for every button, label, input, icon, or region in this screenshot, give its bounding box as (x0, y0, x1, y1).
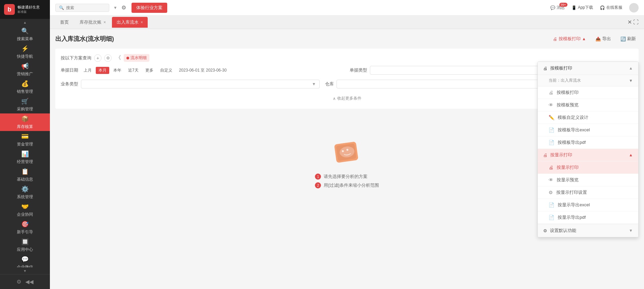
empty-illustration (330, 134, 364, 168)
filter-settings-btn[interactable]: ⚙ (104, 54, 112, 62)
sidebar-item-sales[interactable]: 💰 销售管理 (0, 78, 50, 96)
app-logo: b 畅捷通好生意 标准版 (0, 0, 50, 19)
topbar-dropdown-icon[interactable]: ▼ (113, 5, 117, 10)
sidebar-item-label: 企业微信 (17, 264, 33, 268)
topbar-settings-icon[interactable]: ⚙ (121, 4, 126, 11)
refresh-icon: 🔄 (620, 36, 626, 42)
template-excel-item[interactable]: 📄 按模板导出excel (538, 124, 638, 136)
close-inventory-batch-tab[interactable]: × (104, 20, 106, 25)
display-settings-label: 按显示打印设置 (556, 189, 587, 195)
tab-inventory-batch[interactable]: 库存批次账 × (75, 17, 111, 28)
template-print-label: 按模板打印 (557, 89, 579, 96)
tab-flow[interactable]: 出入库流水 × (112, 17, 148, 28)
sidebar-bottom: ⚙ ◀◀ (0, 274, 50, 289)
sidebar-scroll-down[interactable]: ▼ (0, 267, 50, 274)
template-pdf-label: 按模板导出pdf (558, 139, 586, 146)
filter-biztype-field: 业务类型 ▼ (61, 80, 320, 88)
user-avatar[interactable] (629, 3, 639, 12)
sidebar-item-label: 基础信息 (17, 177, 33, 182)
display-preview-label: 按显示预览 (557, 177, 579, 183)
display-print-section-header[interactable]: 🖨 按显示打印 ▲ (538, 149, 638, 161)
template-custom-item[interactable]: ✏️ 模板自定义设计 (538, 111, 638, 124)
sidebar-item-weixin[interactable]: 💬 企业微信 (0, 254, 50, 267)
inventory-icon: 📦 (21, 115, 29, 123)
print-template-btn[interactable]: 🖨 按模板打印 ▲ (550, 34, 589, 43)
template-print-title: 按模板打印 (550, 65, 572, 71)
enterprise-icon: 🤝 (21, 203, 29, 210)
sidebar-item-basics[interactable]: 📋 基础信息 (0, 166, 50, 184)
display-excel-item[interactable]: 📄 按显示导出excel (538, 199, 638, 211)
display-preview-icon: 👁 (549, 177, 553, 183)
sidebar-item-operations[interactable]: 📊 经营管理 (0, 149, 50, 166)
template-preview-label: 按模板预览 (557, 102, 579, 108)
filter-header: 按以下方案查询 + ⚙ 《 流水明细 (61, 54, 633, 62)
sidebar-item-search[interactable]: 🔍 搜索菜单 (0, 26, 50, 43)
display-print-icon: 🖨 (543, 153, 548, 158)
section1-chevron-icon: ▲ (629, 66, 633, 71)
filter-add-btn[interactable]: + (94, 54, 101, 62)
date-opt-last-month[interactable]: 上月 (81, 67, 94, 74)
topbar-search-box[interactable]: 🔍 (55, 4, 109, 12)
logo-icon: b (4, 4, 15, 15)
display-print-item[interactable]: 🖨 按显示打印 (538, 161, 638, 174)
display-excel-icon: 📄 (549, 202, 554, 208)
template-custom-label: 模板自定义设计 (558, 114, 588, 121)
flow-tab-label: 出入库流水 (117, 19, 139, 25)
online-service-btn[interactable]: 🎧 在线客服 (600, 5, 622, 10)
sidebar-item-guide[interactable]: 🎯 新手引导 (0, 219, 50, 236)
sidebar-scroll-up[interactable]: ▲ (0, 19, 50, 26)
display-settings-item[interactable]: ⚙ 按显示打印设置 (538, 186, 638, 199)
display-print-title: 按显示打印 (550, 152, 572, 158)
footer-settings-icon: ⚙ (543, 228, 547, 233)
item-excel-icon: 📄 (549, 127, 554, 133)
filter-collapse-btn[interactable]: 《 (116, 54, 121, 61)
empty-hints: 1 请先选择要分析的方案 2 用[过滤]条件来缩小分析范围 (315, 174, 379, 188)
sidebar-settings-icon[interactable]: ⚙ (17, 279, 21, 285)
export-btn[interactable]: 📤 导出 (593, 34, 614, 43)
template-print-item[interactable]: 🖨 按模板打印 (538, 86, 638, 99)
close-flow-tab[interactable]: × (141, 20, 143, 25)
sidebar-item-quick-nav[interactable]: ⚡ 快捷导航 (0, 43, 50, 61)
biztype-select[interactable]: ▼ (81, 80, 320, 88)
messages-btn[interactable]: 💬 消息 99+ (550, 5, 565, 10)
dropdown-footer[interactable]: ⚙ 设置默认功能 ▼ (538, 224, 638, 237)
search-input[interactable] (66, 5, 107, 10)
display-pdf-label: 按显示导出pdf (558, 214, 586, 220)
doctype-field-label: 单据类型 (350, 67, 367, 73)
empty-hint-1: 1 请先选择要分析的方案 (315, 174, 379, 180)
template-pdf-item[interactable]: 📄 按模板导出pdf (538, 136, 638, 149)
tab-home[interactable]: 首页 (55, 17, 74, 28)
template-print-section-header[interactable]: 🖨 按模板打印 ▲ (538, 62, 638, 75)
sidebar-item-marketing[interactable]: 📢 营销推广 (0, 61, 50, 78)
app-download-btn[interactable]: 📱 App下载 (572, 5, 593, 10)
display-preview-item[interactable]: 👁 按显示预览 (538, 174, 638, 186)
date-opt-this-month[interactable]: 本月 (96, 67, 109, 74)
refresh-btn[interactable]: 🔄 刷新 (618, 34, 639, 43)
display-pdf-item[interactable]: 📄 按显示导出pdf (538, 211, 638, 224)
app-center-icon: 🔲 (21, 238, 29, 245)
filter-tag[interactable]: 流水明细 (124, 54, 149, 62)
print-template-label: 按模板打印 (559, 36, 581, 42)
template-preview-item[interactable]: 👁 按模板预览 (538, 99, 638, 111)
trial-btn[interactable]: 体验行业方案 (131, 3, 167, 13)
sidebar-item-purchase[interactable]: 🛒 采购管理 (0, 96, 50, 113)
hint-num-2: 2 (315, 182, 321, 188)
quick-nav-icon: ⚡ (21, 45, 29, 52)
sidebar-item-finance[interactable]: 💳 资金管理 (0, 131, 50, 149)
sidebar-item-inventory[interactable]: 📦 库存核算 (0, 113, 50, 131)
close-window-btn[interactable]: ✕ (627, 19, 632, 25)
date-opt-more[interactable]: 更多 (143, 67, 156, 74)
sidebar-collapse-icon[interactable]: ◀◀ (25, 279, 33, 285)
date-opt-custom[interactable]: 自定义 (157, 67, 175, 74)
display-excel-label: 按显示导出excel (558, 202, 590, 208)
print-dropdown-panel: 🖨 按模板打印 ▲ 当前：出入库流水 ▼ 🖨 按模板打印 👁 按模板预览 ✏️ … (537, 61, 639, 237)
date-opt-7days[interactable]: 近7天 (125, 67, 141, 74)
date-opt-this-year[interactable]: 本年 (111, 67, 124, 74)
sidebar-item-system[interactable]: ⚙️ 系统管理 (0, 184, 50, 201)
sidebar-item-enterprise[interactable]: 🤝 企业协同 (0, 201, 50, 219)
basics-icon: 📋 (21, 168, 29, 175)
maximize-window-btn[interactable]: ⛶ (633, 19, 639, 25)
sidebar-item-app-center[interactable]: 🔲 应用中心 (0, 236, 50, 254)
refresh-label: 刷新 (627, 36, 636, 42)
weixin-icon: 💬 (21, 256, 29, 263)
